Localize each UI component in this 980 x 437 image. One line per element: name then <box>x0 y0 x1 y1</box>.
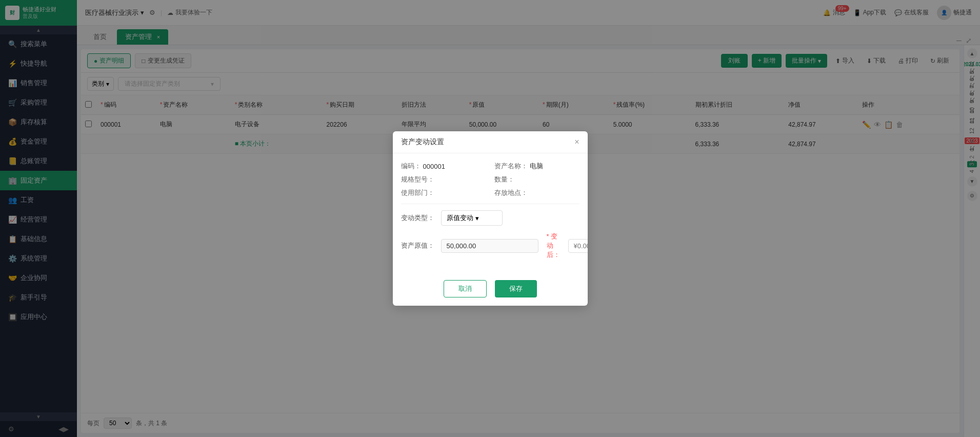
modal-header: 资产变动设置 × <box>393 131 588 153</box>
modal-title: 资产变动设置 <box>401 137 444 147</box>
after-change-input[interactable] <box>568 239 588 253</box>
modal-close-btn[interactable]: × <box>574 137 579 147</box>
modal-spec-label: 规格型号： <box>401 175 434 184</box>
modal-code-item: 编码： 000001 <box>401 162 486 171</box>
modal-info-grid: 编码： 000001 资产名称： 电脑 规格型号： 数量： 使用部门： <box>401 162 579 197</box>
modal-asset-name-label: 资产名称： <box>494 162 528 171</box>
modal-department-item: 使用部门： <box>401 188 486 197</box>
modal-body: 编码： 000001 资产名称： 电脑 规格型号： 数量： 使用部门： <box>393 153 588 274</box>
asset-value-row: 资产原值： * 变动后： <box>401 232 579 260</box>
modal-location-label: 存放地点： <box>494 188 528 197</box>
modal-location-item: 存放地点： <box>494 188 579 197</box>
modal-quantity-label: 数量： <box>494 175 514 184</box>
asset-change-modal: 资产变动设置 × 编码： 000001 资产名称： 电脑 规格型号： 数量： <box>393 131 588 306</box>
modal-divider <box>401 204 579 204</box>
change-type-arrow: ▾ <box>475 214 479 222</box>
asset-value-input <box>441 239 538 253</box>
save-btn[interactable]: 保存 <box>495 280 537 297</box>
cancel-btn[interactable]: 取消 <box>444 280 487 297</box>
modal-quantity-item: 数量： <box>494 175 579 184</box>
modal-code-value: 000001 <box>423 163 445 170</box>
change-type-value: 原值变动 <box>447 213 473 223</box>
change-type-select[interactable]: 原值变动 ▾ <box>441 210 503 226</box>
modal-asset-name-item: 资产名称： 电脑 <box>494 162 579 171</box>
modal-department-label: 使用部门： <box>401 188 434 197</box>
modal-code-label: 编码： <box>401 162 421 171</box>
after-change-label: * 变动后： <box>547 232 560 260</box>
change-type-label: 变动类型： <box>401 213 437 223</box>
change-type-row: 变动类型： 原值变动 ▾ <box>401 210 579 226</box>
modal-asset-name-value: 电脑 <box>530 162 543 171</box>
modal-footer: 取消 保存 <box>393 274 588 306</box>
modal-spec-item: 规格型号： <box>401 175 486 184</box>
asset-value-label: 资产原值： <box>401 241 437 250</box>
modal-overlay: 资产变动设置 × 编码： 000001 资产名称： 电脑 规格型号： 数量： <box>0 0 980 437</box>
